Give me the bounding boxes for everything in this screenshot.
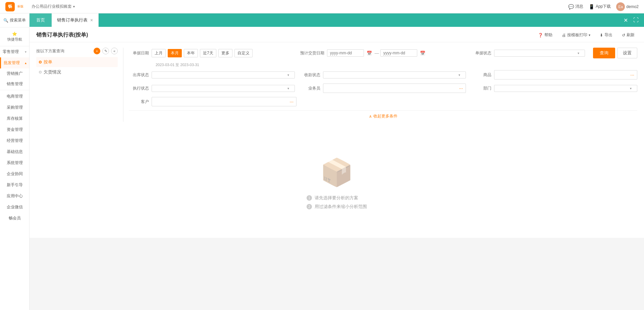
doc-status-select[interactable]: ▾ xyxy=(494,50,585,57)
department-section: 部门 ▾ xyxy=(471,85,637,92)
hint-num-1: 1 xyxy=(307,195,312,201)
goods-input[interactable]: ··· xyxy=(494,70,637,80)
sidebar-item-marketing[interactable]: 营销推广 xyxy=(0,68,29,79)
app-download-btn[interactable]: 📱 App下载 xyxy=(589,4,611,9)
content-area: 首页 销售订单执行表 × ✕ ⛶ 销售订单执行表(按单) ❓ xyxy=(30,13,644,310)
breadcrumb-arrow-icon: ▾ xyxy=(73,5,75,8)
sidebar-item-guide[interactable]: 新手引导 xyxy=(0,179,29,191)
customer-input[interactable]: ··· xyxy=(152,97,297,106)
collapse-more-btn[interactable]: ∧ 收起更多条件 xyxy=(369,113,397,119)
sidebar-item-basic[interactable]: 基础信息 xyxy=(0,146,29,157)
add-scheme-btn[interactable]: + xyxy=(94,48,100,54)
message-btn[interactable]: 💬 消息 xyxy=(568,4,583,9)
doc-status-arrow-icon: ▾ xyxy=(575,51,582,55)
help-btn[interactable]: ❓ 帮助 xyxy=(535,31,555,39)
sidebar-item-finance[interactable]: 资金管理 xyxy=(0,124,29,135)
sidebar-item-wechat[interactable]: 企业微信 xyxy=(0,202,29,213)
logo-subtitle: 标版 xyxy=(17,5,23,8)
payment-status-arrow-icon: ▾ xyxy=(456,73,463,77)
doc-status-section: 单据状态 ▾ 查询 设置 xyxy=(471,48,637,58)
exec-status-arrow-icon: ▾ xyxy=(285,87,292,90)
doc-status-label: 单据状态 xyxy=(471,50,491,56)
page-content: 销售订单执行表(按单) ❓ 帮助 🖨 按模板打印 ▾ ⬇ xyxy=(30,27,644,310)
tab-close-icon[interactable]: × xyxy=(90,18,93,22)
department-select[interactable]: ▾ xyxy=(494,85,637,92)
star-icon: ⭐ xyxy=(12,32,17,36)
goods-section: 商品 ··· xyxy=(471,70,637,80)
sidebar-item-sales[interactable]: 销售管理 xyxy=(0,79,29,89)
message-icon: 💬 xyxy=(568,4,574,9)
cal-icon-from[interactable]: 📅 xyxy=(365,51,373,56)
sidebar-item-operations[interactable]: 经营管理 xyxy=(0,135,29,146)
breadcrumb[interactable]: 办公用品行业模拟账套 ▾ xyxy=(26,4,80,9)
user-info[interactable]: Ea demo2 xyxy=(616,2,639,11)
sidebar-item-enterprise[interactable]: 企业协同 xyxy=(0,168,29,179)
settings-btn[interactable]: 设置 xyxy=(617,48,637,58)
customer-dots-btn[interactable]: ··· xyxy=(287,99,297,104)
tab-active[interactable]: 销售订单执行表 × xyxy=(52,13,99,27)
filter-row-1: 单据日期 上月 本月 本年 近7天 更多 自定义 xyxy=(129,48,637,58)
expected-date-section: 预计交货日期 📅 — 📅 xyxy=(300,49,466,57)
collapse-icon: ∧ xyxy=(369,114,372,119)
refresh-btn[interactable]: ↺ 刷新 xyxy=(619,31,637,39)
tab-maximize-btn[interactable]: ⛶ xyxy=(632,16,640,24)
cal-icon-to[interactable]: 📅 xyxy=(419,51,427,56)
date-last7-btn[interactable]: 近7天 xyxy=(200,49,216,57)
print-btn[interactable]: 🖨 按模板打印 ▾ xyxy=(559,31,593,39)
filter-content: 按以下方案查询 + ✎ « xyxy=(36,48,637,122)
out-status-label: 出库状态 xyxy=(129,72,149,78)
page-header-actions: ❓ 帮助 🖨 按模板打印 ▾ ⬇ 导出 ↺ xyxy=(535,31,637,39)
salesperson-section: 业务员 ··· xyxy=(300,84,466,93)
action-buttons: 查询 设置 xyxy=(593,48,637,58)
sidebar-item-system[interactable]: 系统管理 xyxy=(0,157,29,168)
out-status-select[interactable]: ▾ xyxy=(152,71,295,79)
sidebar-item-wholesale[interactable]: 批发管理 ▴ xyxy=(0,57,29,68)
search-menu-btn[interactable]: 🔍 搜索菜单 xyxy=(3,16,26,24)
filter-scheme-title: 按以下方案查询 xyxy=(36,48,64,54)
collapse-scheme-btn[interactable]: « xyxy=(111,48,118,54)
avatar: Ea xyxy=(616,2,625,11)
goods-dots-btn[interactable]: ··· xyxy=(628,72,637,78)
empty-icon: 📦 xyxy=(320,157,354,188)
scheme-item-by-order[interactable]: 按单 xyxy=(36,57,118,67)
collapse-area: ∧ 收起更多条件 xyxy=(129,110,637,122)
export-btn[interactable]: ⬇ 导出 xyxy=(597,31,615,39)
salesperson-label: 业务员 xyxy=(300,86,320,91)
salesperson-input[interactable]: ··· xyxy=(323,84,466,93)
exec-status-label: 执行状态 xyxy=(129,86,149,91)
date-this-month-btn[interactable]: 本月 xyxy=(168,49,182,57)
sidebar-item-member[interactable]: 畅会员 xyxy=(0,213,29,224)
payment-status-select[interactable]: ▾ xyxy=(323,71,466,79)
scheme-item-debt[interactable]: 欠货情况 xyxy=(36,67,118,77)
edit-scheme-btn[interactable]: ✎ xyxy=(102,48,109,54)
expected-date-from-input[interactable] xyxy=(327,49,364,57)
sidebar-item-apps[interactable]: 应用中心 xyxy=(0,191,29,202)
print-icon: 🖨 xyxy=(562,33,566,38)
filter-row-4: 客户 ··· xyxy=(129,97,637,106)
sidebar-item-retail[interactable]: 零售管理 ▾ xyxy=(0,46,29,57)
expected-date-to-input[interactable] xyxy=(380,49,417,57)
sidebar: 🔍 搜索菜单 ⭐ 快捷导航 零售管理 ▾ 批发管理 ▴ 营销推广 销售管理 电商… xyxy=(0,13,30,310)
date-more-btn[interactable]: 更多 xyxy=(218,49,232,57)
sidebar-item-quick-nav[interactable]: ⭐ 快捷导航 xyxy=(0,29,29,45)
main-layout: 🔍 搜索菜单 ⭐ 快捷导航 零售管理 ▾ 批发管理 ▴ 营销推广 销售管理 电商… xyxy=(0,13,644,310)
date-last-month-btn[interactable]: 上月 xyxy=(152,49,166,57)
refresh-icon: ↺ xyxy=(622,33,625,38)
help-icon: ❓ xyxy=(538,33,543,38)
empty-hint-item-2: 2 用过滤条件来缩小分析范围 xyxy=(307,202,367,211)
payment-status-label: 收款状态 xyxy=(300,72,320,78)
date-filter-section: 单据日期 上月 本月 本年 近7天 更多 自定义 xyxy=(129,49,295,57)
out-status-section: 出库状态 ▾ xyxy=(129,71,295,79)
salesperson-dots-btn[interactable]: ··· xyxy=(457,86,466,91)
sidebar-item-ecommerce[interactable]: 电商管理 xyxy=(0,91,29,102)
sidebar-item-purchase[interactable]: 采购管理 xyxy=(0,102,29,113)
department-label: 部门 xyxy=(471,86,491,91)
tab-close-window-btn[interactable]: ✕ xyxy=(622,16,629,24)
customer-label: 客户 xyxy=(129,99,149,105)
tab-home[interactable]: 首页 xyxy=(30,13,52,27)
sidebar-item-inventory[interactable]: 库存核算 xyxy=(0,113,29,124)
date-this-year-btn[interactable]: 本年 xyxy=(184,49,198,57)
query-btn[interactable]: 查询 xyxy=(593,48,615,58)
date-custom-btn[interactable]: 自定义 xyxy=(234,49,253,57)
exec-status-select[interactable]: ▾ xyxy=(152,85,295,92)
